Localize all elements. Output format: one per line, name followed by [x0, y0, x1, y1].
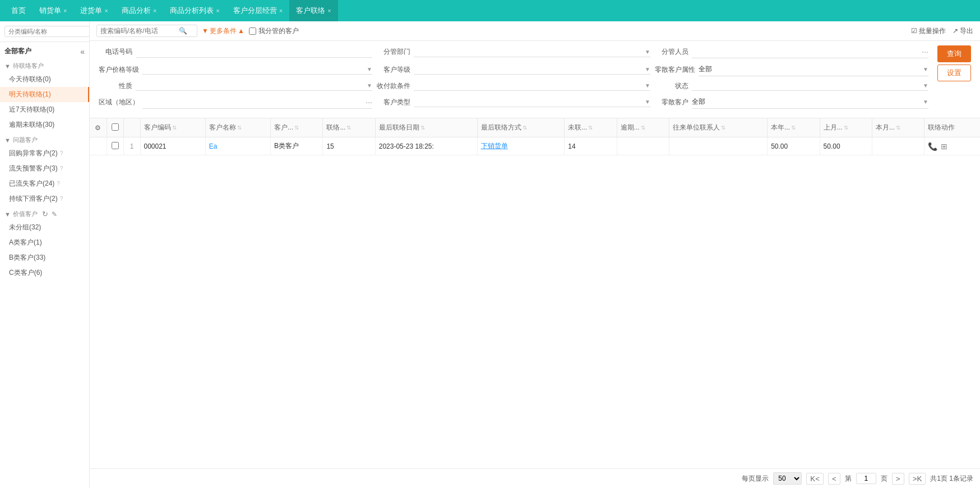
export-button[interactable]: ↗ 导出 [953, 26, 973, 36]
filter-cell-nature: 性质 ▼ [99, 81, 372, 91]
prev-page-button[interactable]: < [828, 473, 840, 485]
nav-customer-tier-close[interactable]: × [279, 7, 283, 14]
th-this-year[interactable]: 本年...⇅ [768, 118, 820, 137]
filter-label-level: 客户等级 [377, 65, 410, 75]
th-customer-name[interactable]: 客户名称⇅ [205, 118, 270, 137]
phone-action-icon[interactable]: 📞 [928, 142, 937, 151]
value-edit-icon[interactable]: ✎ [52, 210, 57, 218]
th-last-contact-date[interactable]: 最后联络日期⇅ [375, 118, 477, 137]
filter-select-person[interactable]: ··· [692, 45, 928, 58]
nav-goods-analysis-label: 商品分析 [122, 6, 151, 16]
sidebar-item-today[interactable]: 今天待联络(0) [0, 72, 89, 87]
value-refresh-icon[interactable]: ↻ [42, 210, 48, 218]
table-body: 1 000021 Ea B类客户 15 2023-05-23 18:25: 下销… [90, 137, 980, 155]
my-customers-checkbox[interactable] [249, 27, 256, 35]
th-this-month[interactable]: 本月...⇅ [872, 118, 924, 137]
nav-customer-contact-close[interactable]: × [327, 7, 331, 14]
batch-operation-button[interactable]: ☑ 批量操作 [911, 26, 946, 36]
filter-select-dept[interactable]: ▼ [414, 47, 650, 57]
sidebar-item-class-a[interactable]: A类客户(1) [0, 235, 89, 250]
sidebar-item-7days[interactable]: 近7天待联络(0) [0, 102, 89, 117]
th-contact-count[interactable]: 联络...⇅ [323, 118, 375, 137]
nav-goods-analysis-list[interactable]: 商品分析列表 × [163, 0, 226, 21]
filter-select-retail-attr[interactable]: 全部▼ [699, 63, 928, 76]
more-action-icon[interactable]: ⊞ [941, 142, 947, 151]
th-last-month[interactable]: 上月...⇅ [820, 118, 872, 137]
group-problem-label: 问题客户 [13, 136, 38, 144]
th-customer-code[interactable]: 客户编码⇅ [140, 118, 205, 137]
help-icon-lost[interactable]: ? [57, 181, 60, 187]
dots-icon-region[interactable]: ··· [366, 98, 372, 107]
filter-label-retail-attr: 零散客户属性 [655, 65, 695, 75]
nav-purchase-close[interactable]: × [104, 7, 108, 14]
sidebar-item-ungrouped[interactable]: 未分组(32) [0, 220, 89, 235]
th-unit-contact[interactable]: 往来单位联系人⇅ [669, 118, 767, 137]
th-no-contact[interactable]: 未联...⇅ [565, 118, 617, 137]
filter-select-level[interactable]: ▼ [414, 65, 650, 75]
last-page-button[interactable]: >K [909, 473, 926, 485]
th-gear[interactable]: ⚙ [90, 118, 107, 137]
nav-goods-analysis-close[interactable]: × [153, 7, 156, 14]
select-all-checkbox[interactable] [112, 123, 119, 131]
filter-actions: 查询 设置 [937, 45, 971, 81]
sidebar-item-class-c[interactable]: C类客户(6) [0, 265, 89, 280]
set-button[interactable]: 设置 [937, 65, 971, 81]
group-value-customers[interactable]: ▼ 价值客户 ↻ ✎ [0, 206, 89, 220]
th-overdue[interactable]: 逾期...⇅ [617, 118, 669, 137]
nav-customer-tier[interactable]: 客户分层经营 × [226, 0, 289, 21]
filter-label-ctype: 客户类型 [377, 98, 410, 107]
filter-select-region[interactable]: ··· [142, 96, 372, 109]
sidebar-item-class-b[interactable]: B类客户(33) [0, 250, 89, 265]
th-last-contact-method[interactable]: 最后联络方式⇅ [477, 118, 565, 137]
sidebar-item-repurchase-anomaly[interactable]: 回购异常客户(2) ? [0, 146, 89, 161]
sidebar-item-lost[interactable]: 已流失客户(24) ? [0, 176, 89, 191]
filter-select-price-level[interactable]: ▼ [142, 65, 372, 75]
row-select-checkbox[interactable] [112, 142, 119, 149]
nav-goods-analysis[interactable]: 商品分析 × [115, 0, 163, 21]
help-icon-declining[interactable]: ? [60, 196, 63, 202]
filter-search-icon[interactable]: 🔍 [179, 27, 187, 35]
nav-sales[interactable]: 销货单 × [33, 0, 73, 21]
th-customer-type[interactable]: 客户...⇅ [271, 118, 323, 137]
query-button[interactable]: 查询 [937, 45, 971, 62]
filter-select-status[interactable]: ▼ [692, 81, 928, 91]
content-area: 🔍 ▼ 更多条件 ▲ 我分管的客户 ☑ 批量操作 ↗ 导出 [90, 21, 980, 488]
sidebar-search-input[interactable] [4, 26, 90, 37]
th-index [123, 118, 140, 137]
per-page-select[interactable]: 50 100 [773, 472, 802, 485]
nav-sales-close[interactable]: × [63, 7, 67, 14]
next-page-button[interactable]: > [892, 473, 904, 485]
filter-select-nature[interactable]: ▼ [136, 81, 372, 91]
nav-customer-contact[interactable]: 客户联络 × [289, 0, 338, 21]
sidebar-item-churn-warning[interactable]: 流失预警客户(3) ? [0, 161, 89, 176]
first-page-button[interactable]: K< [806, 473, 824, 485]
page-number-input[interactable] [856, 473, 876, 484]
row-customer-name[interactable]: Ea [205, 137, 270, 155]
filter-input-phone[interactable] [136, 46, 372, 58]
row-last-contact-method[interactable]: 下销货单 [477, 137, 565, 155]
group-pending-contact[interactable]: ▼ 待联络客户 [0, 58, 89, 72]
nav-purchase[interactable]: 进货单 × [73, 0, 114, 21]
nav-home[interactable]: 首页 [4, 0, 33, 21]
more-conditions-button[interactable]: ▼ 更多条件 ▲ [202, 26, 244, 36]
help-icon-churn[interactable]: ? [60, 165, 63, 172]
help-icon-repurchase[interactable]: ? [60, 150, 63, 156]
sort-icon-date: ⇅ [420, 125, 425, 131]
sidebar-item-overdue[interactable]: 逾期未联络(30) [0, 117, 89, 132]
group-pending-label: 待联络客户 [13, 62, 44, 70]
sidebar-item-declining[interactable]: 持续下滑客户(2) ? [0, 191, 89, 206]
sidebar-collapse-icon[interactable]: « [80, 47, 85, 56]
sort-icon-method: ⇅ [523, 125, 527, 131]
filter-select-ctype[interactable]: ▼ [414, 97, 650, 107]
filter-select-retail-customer[interactable]: 全部▼ [692, 95, 928, 109]
dots-icon-person[interactable]: ··· [922, 47, 928, 56]
sidebar-item-tomorrow[interactable]: 明天待联络(1) [0, 87, 89, 102]
row-checkbox [107, 137, 123, 155]
gear-icon[interactable]: ⚙ [95, 124, 101, 132]
contact-method-link[interactable]: 下销货单 [481, 142, 508, 150]
group-problem-customers[interactable]: ▼ 问题客户 [0, 132, 89, 146]
filter-select-payment[interactable]: ▼ [414, 81, 650, 91]
filter-search-input[interactable] [100, 27, 179, 35]
sort-icon-last-month: ⇅ [844, 125, 848, 131]
nav-goods-analysis-list-close[interactable]: × [216, 7, 219, 14]
